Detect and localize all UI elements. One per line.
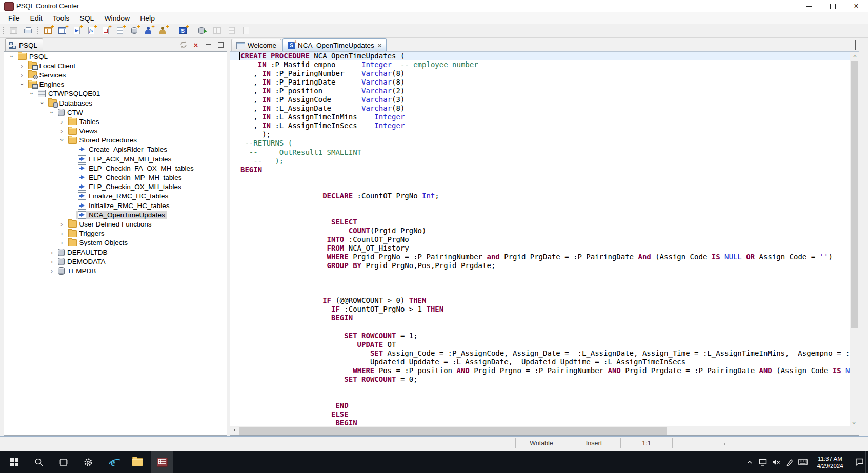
panel-maximize-icon[interactable]: [216, 40, 225, 49]
status-grip: [724, 443, 725, 445]
touch-keyboard-icon[interactable]: [796, 451, 810, 473]
hidden-icons-chevron[interactable]: [743, 451, 756, 473]
network-icon[interactable]: [756, 451, 770, 473]
tree-item-initialize-rmc-hc-tables[interactable]: Initialize_RMC_HC_tables: [4, 201, 227, 210]
scroll-left-icon[interactable]: ›: [230, 426, 239, 435]
tree-item-views[interactable]: ›Views: [4, 127, 227, 136]
connect-database-button[interactable]: [196, 25, 210, 37]
tree-item-local-client[interactable]: ›Local Client: [4, 61, 227, 70]
taskbar-clock[interactable]: 11:37 AM 4/29/2024: [812, 455, 849, 469]
editor-vertical-scrollbar[interactable]: › ›: [850, 52, 859, 427]
tree-item-nca-opentimeupdates[interactable]: NCA_OpenTimeUpdates: [4, 210, 227, 219]
tree-item-body: User Defined Functions: [67, 220, 153, 229]
start-button[interactable]: [3, 451, 26, 473]
pen-icon[interactable]: [783, 451, 796, 473]
vertical-scroll-thumb[interactable]: [851, 61, 858, 328]
expand-icon[interactable]: ›: [47, 249, 56, 256]
code-line: [230, 209, 850, 218]
tree-item-tables[interactable]: ›Tables: [4, 117, 227, 126]
tree-item-ctw[interactable]: ›CTW: [4, 108, 227, 117]
internet-explorer-button[interactable]: e: [102, 451, 124, 473]
tree-item-elp-checkin-ox-mh-tables[interactable]: ELP_Checkin_OX_MH_tables: [4, 182, 227, 192]
expand-icon[interactable]: ›: [57, 239, 67, 246]
window-close-button[interactable]: ×: [844, 0, 868, 12]
tree-item-elp-checkin-fa-ox-mh-tables[interactable]: ELP_Checkin_FA_OX_MH_tables: [4, 163, 227, 173]
new-database-button[interactable]: +: [128, 25, 141, 37]
editor-maximize-icon[interactable]: [855, 41, 856, 50]
menu-tools[interactable]: Tools: [48, 14, 75, 23]
psql-app-taskbar-button[interactable]: [151, 451, 173, 473]
new-trigger-button[interactable]: +: [99, 25, 112, 37]
expand-icon[interactable]: ›: [57, 127, 67, 135]
tree-item-demodata[interactable]: ›DEMODATA: [4, 257, 227, 266]
file-explorer-button[interactable]: [126, 451, 149, 473]
collapse-icon[interactable]: ›: [28, 89, 36, 98]
tab-nca-opentimeupdates[interactable]: SNCA_OpenTimeUpdates×: [282, 38, 387, 51]
horizontal-scroll-thumb[interactable]: [239, 427, 667, 435]
menu-edit[interactable]: Edit: [25, 14, 48, 23]
tree-item-label: Tables: [79, 118, 99, 126]
new-function-button[interactable]: +: [85, 25, 98, 37]
new-view-button[interactable]: +: [56, 25, 69, 37]
tree-item-user-defined-functions[interactable]: ›User Defined Functions: [4, 219, 227, 229]
window-maximize-button[interactable]: [821, 0, 844, 12]
editor-horizontal-scrollbar[interactable]: › ›: [230, 426, 859, 435]
expand-icon[interactable]: ›: [17, 62, 27, 70]
collapse-icon[interactable]: ›: [58, 136, 66, 145]
database-tree[interactable]: ›PSQL›Local Client›Services›Engines›CTWP…: [4, 51, 227, 436]
collapse-icon[interactable]: ›: [8, 52, 16, 61]
tab-welcome[interactable]: Welcome: [231, 39, 281, 51]
new-group-button[interactable]: +: [156, 25, 170, 37]
scroll-up-icon[interactable]: ›: [850, 52, 859, 60]
new-sql-document-button[interactable]: +: [176, 25, 190, 37]
menu-sql[interactable]: SQL: [74, 14, 99, 23]
tree-item-engines[interactable]: ›Engines: [4, 80, 227, 89]
task-view-button[interactable]: [52, 451, 75, 473]
tree-item-stored-procedures[interactable]: ›Stored Procedures: [4, 136, 227, 145]
new-table-button[interactable]: +: [42, 25, 55, 37]
panel-minimize-icon[interactable]: [204, 40, 213, 49]
tree-item-label: ELP_Checkin_MP_MH_tables: [89, 174, 182, 181]
new-report-button[interactable]: +: [113, 25, 127, 37]
collapse-icon[interactable]: ›: [48, 108, 56, 117]
tree-item-triggers[interactable]: ›Triggers: [4, 229, 227, 238]
expand-icon[interactable]: ›: [47, 258, 56, 265]
tree-item-create-apisrider-tables[interactable]: Create_ApisRider_Tables: [4, 145, 227, 154]
tree-item-elp-ack-mn-mh-tables[interactable]: ELP_ACK_MN_MH_tables: [4, 154, 227, 163]
new-user-button[interactable]: +: [142, 25, 155, 37]
remove-connection-icon[interactable]: ×: [191, 40, 200, 49]
tree-item-tempdb[interactable]: ›TEMPDB: [4, 266, 227, 275]
expand-icon[interactable]: ›: [17, 71, 27, 79]
volume-muted-icon[interactable]: [770, 451, 783, 473]
expand-icon[interactable]: ›: [57, 220, 67, 228]
collapse-icon[interactable]: ›: [18, 80, 26, 89]
sql-code-editor[interactable]: CREATE PROCEDURE NCA_OpenTimeUpdates ( I…: [230, 52, 850, 427]
tree-item-defaultdb[interactable]: ›DEFAULTDB: [4, 248, 227, 257]
tree-item-ctwpsqlqe01[interactable]: ›CTWPSQLQE01: [4, 89, 227, 98]
tree-item-elp-checkin-mp-mh-tables[interactable]: ELP_Checkin_MP_MH_tables: [4, 173, 227, 182]
window-minimize-button[interactable]: [797, 0, 821, 12]
menu-help[interactable]: Help: [135, 14, 160, 23]
expand-icon[interactable]: ›: [57, 118, 67, 126]
code-line: , IN :P_AssignCode Varchar(3): [230, 95, 850, 104]
tree-item-label: CTWPSQLQE01: [48, 90, 100, 97]
new-query-button[interactable]: +: [70, 25, 84, 37]
tab-psql-explorer[interactable]: PSQL: [5, 38, 43, 52]
collapse-icon[interactable]: ›: [38, 98, 46, 108]
code-line: SET Assign_Code = :P_AssignCode, Assign_…: [230, 349, 850, 358]
expand-icon[interactable]: ›: [57, 230, 67, 237]
tree-item-services[interactable]: ›Services: [4, 70, 227, 79]
search-button[interactable]: [28, 451, 50, 473]
menu-window[interactable]: Window: [99, 14, 135, 23]
show-desktop-button[interactable]: [865, 451, 868, 473]
tree-item-finalize-rmc-hc-tables[interactable]: Finalize_RMC_HC_tables: [4, 192, 227, 201]
tree-item-system-objects[interactable]: ›System Objects: [4, 238, 227, 248]
tab-close-icon[interactable]: ×: [378, 42, 382, 49]
menu-file[interactable]: File: [3, 14, 25, 23]
tree-item-psql[interactable]: ›PSQL: [4, 52, 227, 61]
print-button[interactable]: [22, 25, 35, 37]
expand-icon[interactable]: ›: [47, 267, 56, 275]
tree-item-databases[interactable]: ›Databases: [4, 98, 227, 108]
settings-button[interactable]: [77, 451, 99, 473]
refresh-icon[interactable]: [179, 40, 188, 49]
